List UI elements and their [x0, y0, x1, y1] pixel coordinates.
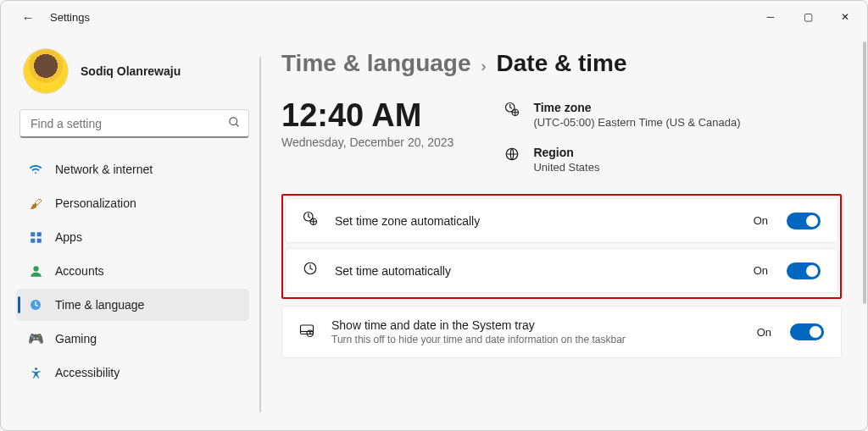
- timezone-label: Time zone: [533, 101, 740, 114]
- sidebar: Sodiq Olanrewaju Network & internet 🖌 Pe…: [1, 33, 259, 430]
- minimize-button[interactable]: ─: [752, 4, 789, 30]
- search-input[interactable]: [19, 109, 249, 138]
- sidebar-item-label: Accessibility: [55, 366, 120, 379]
- toggle-state: On: [754, 214, 768, 227]
- toggle-systray-clock[interactable]: [790, 323, 824, 340]
- sidebar-item-label: Personalization: [55, 196, 136, 210]
- toggle-state: On: [754, 264, 768, 277]
- sidebar-item-time-language[interactable]: Time & language: [16, 289, 249, 321]
- sidebar-item-accounts[interactable]: Accounts: [16, 255, 249, 287]
- svg-rect-5: [36, 238, 41, 242]
- chevron-right-icon: ›: [481, 58, 487, 75]
- sidebar-item-accessibility[interactable]: Accessibility: [16, 356, 249, 389]
- timezone-info: Time zone (UTC-05:00) Eastern Time (US &…: [504, 101, 740, 129]
- setting-systray-clock: Show time and date in the System tray Tu…: [281, 306, 842, 358]
- globe-clock-icon: [28, 298, 43, 312]
- setting-title: Set time zone automatically: [335, 214, 738, 228]
- sidebar-item-personalization[interactable]: 🖌 Personalization: [16, 187, 249, 219]
- clock-icon: [303, 261, 320, 280]
- user-name: Sodiq Olanrewaju: [81, 64, 181, 78]
- timezone-icon: [303, 211, 320, 230]
- clock-block: 12:40 AM Wednesday, December 20, 2023: [281, 97, 453, 174]
- timezone-value: (UTC-05:00) Eastern Time (US & Canada): [533, 116, 740, 129]
- window-title: Settings: [50, 11, 90, 24]
- setting-auto-time: Set time automatically On: [285, 248, 838, 293]
- region-info: Region United States: [504, 146, 740, 174]
- svg-rect-3: [36, 232, 41, 236]
- toggle-auto-time[interactable]: [787, 262, 821, 279]
- sidebar-nav: Network & internet 🖌 Personalization App…: [16, 153, 254, 389]
- wifi-icon: [28, 163, 43, 176]
- annotation-highlight: Set time zone automatically On Set time …: [281, 194, 842, 299]
- sidebar-item-network[interactable]: Network & internet: [16, 153, 249, 185]
- timezone-icon: [504, 102, 521, 121]
- globe-icon: [504, 146, 521, 166]
- sidebar-item-label: Network & internet: [55, 163, 153, 176]
- brush-icon: 🖌: [28, 196, 43, 211]
- close-button[interactable]: ✕: [826, 4, 864, 30]
- page-title: Date & time: [497, 50, 627, 77]
- region-label: Region: [533, 146, 599, 159]
- breadcrumb-parent[interactable]: Time & language: [281, 50, 471, 77]
- maximize-icon: ▢: [804, 11, 813, 23]
- svg-rect-2: [31, 232, 35, 236]
- close-icon: ✕: [841, 11, 849, 23]
- avatar: [23, 48, 69, 94]
- setting-subtitle: Turn this off to hide your time and date…: [331, 334, 742, 345]
- gamepad-icon: 🎮: [28, 331, 43, 346]
- apps-icon: [28, 231, 43, 244]
- current-date: Wednesday, December 20, 2023: [281, 135, 453, 149]
- current-time: 12:40 AM: [281, 97, 453, 134]
- region-value: United States: [533, 161, 599, 174]
- setting-auto-timezone: Set time zone automatically On: [285, 198, 838, 243]
- setting-title: Show time and date in the System tray: [331, 318, 742, 332]
- sidebar-item-label: Apps: [55, 230, 82, 244]
- minimize-icon: ─: [767, 11, 775, 23]
- person-icon: [28, 265, 43, 278]
- svg-point-8: [35, 367, 37, 370]
- accessibility-icon: [28, 367, 43, 379]
- sidebar-item-apps[interactable]: Apps: [16, 221, 249, 253]
- sidebar-item-gaming[interactable]: 🎮 Gaming: [16, 323, 249, 355]
- taskbar-clock-icon: [299, 323, 316, 342]
- scrollbar[interactable]: [863, 41, 866, 304]
- svg-point-6: [33, 266, 38, 271]
- setting-title: Set time automatically: [335, 264, 738, 278]
- titlebar: ← Settings ─ ▢ ✕: [1, 1, 867, 33]
- sidebar-item-label: Gaming: [55, 332, 97, 345]
- maximize-button[interactable]: ▢: [789, 4, 826, 30]
- back-button[interactable]: ←: [16, 5, 40, 29]
- sidebar-item-label: Time & language: [55, 298, 144, 312]
- toggle-state: On: [757, 326, 771, 339]
- toggle-auto-timezone[interactable]: [787, 213, 821, 229]
- content-pane: Time & language › Date & time 12:40 AM W…: [259, 33, 867, 430]
- back-arrow-icon: ←: [22, 10, 35, 25]
- svg-rect-4: [31, 238, 35, 242]
- breadcrumb: Time & language › Date & time: [281, 50, 842, 77]
- user-account-row[interactable]: Sodiq Olanrewaju: [16, 45, 254, 109]
- sidebar-item-label: Accounts: [55, 264, 104, 278]
